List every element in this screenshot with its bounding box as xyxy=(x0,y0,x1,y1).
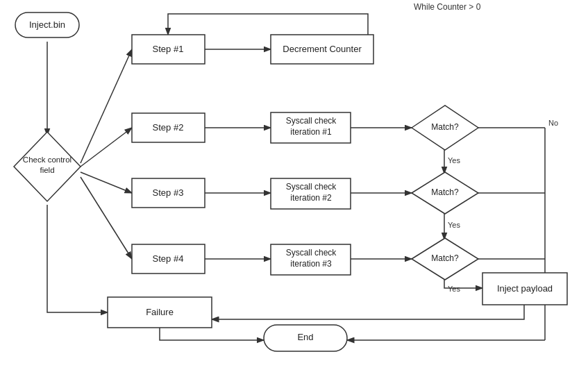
end-label: End xyxy=(297,328,313,339)
decrement-label: Decrement Counter xyxy=(280,44,359,54)
failure-label: Failure xyxy=(146,306,174,317)
match1-label: Match? xyxy=(430,123,458,133)
inject-bin-label: Inject.bin xyxy=(29,20,65,31)
inject-payload-label: Inject payload xyxy=(496,276,552,286)
step1-label: Step #1 xyxy=(153,44,184,54)
svg-text:Syscall check: Syscall check xyxy=(286,185,337,195)
step4-label: Step #4 xyxy=(153,254,184,264)
yes3-label: Yes xyxy=(450,279,462,287)
while-label: While Counter > 0 xyxy=(417,10,478,19)
svg-text:iteration #2: iteration #2 xyxy=(290,195,332,205)
no1-label: No xyxy=(480,119,490,128)
no3-label: No xyxy=(480,312,490,321)
svg-text:field: field xyxy=(40,170,55,180)
match2-label: Match? xyxy=(430,189,458,199)
yes2-label: Yes xyxy=(450,213,462,221)
svg-text:Syscall check: Syscall check xyxy=(286,251,337,261)
check-control-label: Check control xyxy=(22,160,72,170)
yes1-label: Yes xyxy=(450,147,462,155)
svg-text:iteration #1: iteration #1 xyxy=(290,129,332,139)
step3-label: Step #3 xyxy=(153,188,184,199)
svg-text:iteration #3: iteration #3 xyxy=(290,261,332,271)
svg-text:Syscall check: Syscall check xyxy=(286,119,337,129)
match3-label: Match? xyxy=(430,255,458,264)
step2-label: Step #2 xyxy=(153,122,184,133)
